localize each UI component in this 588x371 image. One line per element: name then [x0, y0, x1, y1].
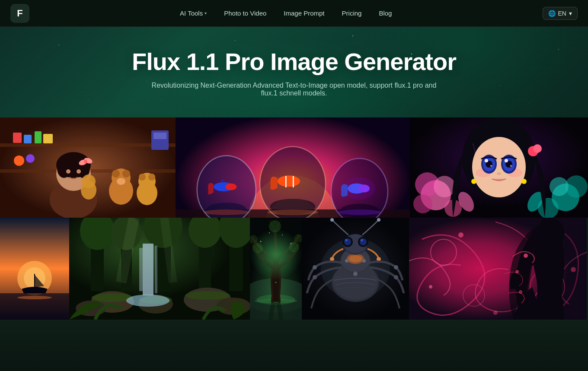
svg-rect-27: [43, 134, 53, 143]
svg-point-83: [521, 179, 527, 184]
svg-point-150: [313, 275, 317, 279]
svg-rect-110: [139, 248, 143, 291]
bottom-section: [0, 320, 588, 371]
svg-point-148: [313, 265, 317, 270]
svg-point-29: [26, 154, 35, 163]
svg-point-108: [185, 291, 230, 300]
language-selector[interactable]: 🌐 EN ▾: [543, 7, 578, 20]
svg-rect-31: [153, 133, 166, 139]
svg-point-18: [77, 169, 81, 174]
svg-point-151: [394, 275, 398, 279]
svg-point-119: [250, 228, 302, 280]
svg-point-120: [252, 243, 263, 253]
image-gallery: [0, 117, 588, 320]
svg-point-129: [275, 282, 277, 283]
svg-point-66: [472, 137, 526, 197]
image-woman-art[interactable]: [409, 218, 587, 320]
svg-point-163: [429, 285, 432, 289]
navbar-center: AI Tools ▾ Photo to Video Image Prompt P…: [173, 6, 399, 20]
svg-point-149: [394, 265, 398, 270]
svg-point-125: [260, 241, 262, 242]
svg-point-60: [550, 177, 569, 196]
svg-point-152: [330, 218, 334, 222]
svg-point-5: [112, 170, 120, 178]
svg-point-28: [14, 155, 24, 166]
svg-point-145: [361, 239, 363, 241]
svg-point-155: [362, 259, 366, 263]
chevron-down-icon: ▾: [569, 10, 572, 17]
chevron-down-icon: ▾: [205, 11, 207, 16]
hero-title: Flux 1.1 Pro Image Generator: [132, 48, 456, 76]
svg-point-126: [291, 243, 292, 244]
nav-photo-to-video[interactable]: Photo to Video: [217, 6, 273, 20]
svg-point-153: [377, 218, 380, 222]
svg-point-165: [493, 311, 498, 315]
nav-blog[interactable]: Blog: [372, 6, 399, 20]
svg-point-154: [345, 259, 348, 263]
svg-point-128: [282, 235, 283, 235]
svg-point-56: [434, 176, 455, 197]
svg-point-57: [413, 194, 432, 213]
svg-point-11: [148, 174, 155, 181]
svg-point-79: [497, 172, 501, 175]
svg-rect-109: [143, 244, 153, 295]
svg-point-168: [515, 270, 519, 273]
image-girl-toys[interactable]: [0, 117, 176, 218]
svg-point-75: [485, 159, 488, 162]
svg-point-6: [122, 170, 130, 178]
image-magic-tree[interactable]: [250, 218, 302, 320]
svg-point-144: [345, 239, 348, 241]
svg-point-143: [360, 238, 367, 245]
svg-point-15: [57, 159, 71, 178]
svg-point-76: [505, 159, 508, 162]
svg-point-39: [225, 184, 236, 190]
svg-point-156: [353, 272, 358, 276]
svg-point-124: [269, 220, 281, 232]
svg-point-7: [117, 178, 125, 185]
svg-point-164: [571, 267, 576, 272]
svg-point-50: [204, 209, 249, 215]
svg-point-78: [510, 165, 512, 167]
image-row-2: [0, 218, 588, 320]
logo[interactable]: F: [10, 4, 29, 23]
svg-point-82: [471, 179, 476, 184]
nav-ai-tools[interactable]: AI Tools ▾: [173, 6, 214, 20]
navbar-right: 🌐 EN ▾: [543, 7, 578, 20]
svg-point-88: [17, 296, 52, 299]
svg-point-23: [84, 160, 87, 163]
svg-point-10: [139, 174, 146, 181]
svg-point-51: [267, 209, 318, 215]
svg-rect-25: [24, 135, 32, 143]
svg-rect-1: [0, 143, 176, 147]
svg-point-161: [458, 232, 463, 238]
svg-point-42: [278, 175, 300, 187]
image-sunset-boat[interactable]: [0, 218, 69, 320]
hero-subtitle: Revolutionizing Next-Generation Advanced…: [143, 82, 445, 97]
navbar: F AI Tools ▾ Photo to Video Image Prompt…: [0, 0, 588, 27]
image-fish-bowls[interactable]: [176, 117, 410, 218]
svg-point-167: [524, 254, 528, 258]
svg-point-49: [344, 177, 375, 200]
image-row-1: [0, 117, 588, 218]
svg-point-52: [338, 209, 381, 215]
svg-point-137: [349, 255, 362, 262]
svg-point-17: [66, 169, 70, 174]
hero-section: Flux 1.1 Pro Image Generator Revolutioni…: [0, 27, 588, 117]
globe-icon: 🌐: [548, 10, 556, 17]
svg-rect-111: [155, 246, 157, 293]
svg-point-166: [537, 218, 565, 251]
image-robot-ant[interactable]: [302, 218, 409, 320]
svg-point-77: [490, 165, 492, 167]
svg-point-127: [269, 232, 270, 233]
image-waterfall[interactable]: [69, 218, 250, 320]
svg-point-112: [126, 295, 169, 307]
svg-point-142: [344, 238, 351, 245]
nav-image-prompt[interactable]: Image Prompt: [277, 6, 331, 20]
svg-rect-24: [13, 133, 22, 143]
svg-point-81: [533, 144, 542, 153]
image-anime-girl[interactable]: [410, 117, 588, 218]
svg-rect-26: [35, 131, 42, 143]
navbar-left: F: [10, 4, 29, 23]
svg-point-169: [519, 290, 522, 294]
nav-pricing[interactable]: Pricing: [335, 6, 369, 20]
